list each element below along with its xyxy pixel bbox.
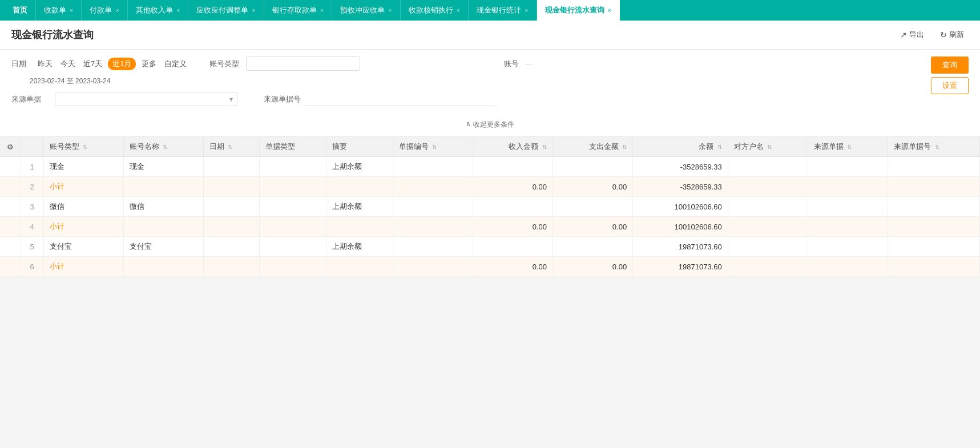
td-doc-type xyxy=(260,177,326,197)
td-source-doc xyxy=(808,237,888,257)
td-income xyxy=(473,197,552,217)
th-rownum xyxy=(21,137,43,157)
nav-tab-yingshouyingfu[interactable]: 应收应付调整单 × xyxy=(188,0,264,21)
sort-icon: ⇅ xyxy=(432,144,437,150)
td-rownum: 2 xyxy=(21,177,43,197)
nav-tab-yushouChong[interactable]: 预收冲应收单 × xyxy=(332,0,400,21)
close-icon[interactable]: × xyxy=(115,7,119,14)
td-summary xyxy=(326,177,393,197)
export-button[interactable]: ↗ 导出 xyxy=(896,27,929,42)
date-opt-yesterday[interactable]: 昨天 xyxy=(35,58,55,70)
close-icon[interactable]: × xyxy=(176,7,180,14)
nav-home[interactable]: 首页 xyxy=(5,0,36,21)
nav-tab-qitashouru[interactable]: 其他收入单 × xyxy=(128,0,188,21)
td-doc-type xyxy=(260,257,326,277)
table-row: 3微信微信上期余额100102606.60 xyxy=(0,197,980,217)
table-container: ⚙ 账号类型 ⇅ 账号名称 ⇅ 日期 ⇅ 单据类型 xyxy=(0,137,980,277)
collapse-more-btn[interactable]: ∧ 收起更多条件 xyxy=(11,118,969,132)
close-icon[interactable]: × xyxy=(608,7,611,14)
td-source-doc-no xyxy=(888,177,979,197)
date-opt-custom[interactable]: 自定义 xyxy=(162,58,189,70)
gear-icon[interactable]: ⚙ xyxy=(7,143,14,151)
td-date xyxy=(203,237,260,257)
td-summary xyxy=(326,257,393,277)
th-balance[interactable]: 余额 ⇅ xyxy=(633,137,728,157)
export-label: 导出 xyxy=(909,30,924,40)
th-counterpart[interactable]: 对方户名 ⇅ xyxy=(728,137,808,157)
date-options: 昨天 今天 近7天 近1月 更多 自定义 xyxy=(35,58,189,70)
th-gear[interactable]: ⚙ xyxy=(0,137,21,157)
td-income xyxy=(473,157,552,177)
nav-tab-fukuandan[interactable]: 付款单 × xyxy=(82,0,127,21)
th-account-type[interactable]: 账号类型 ⇅ xyxy=(43,137,123,157)
close-icon[interactable]: × xyxy=(320,7,324,14)
td-income: 0.00 xyxy=(473,257,552,277)
td-gear xyxy=(0,177,21,197)
td-account-type: 小计 xyxy=(43,257,123,277)
th-source-doc-no[interactable]: 来源单据号 ⇅ xyxy=(888,137,979,157)
close-icon[interactable]: × xyxy=(388,7,392,14)
date-opt-more[interactable]: 更多 xyxy=(139,58,159,70)
th-summary[interactable]: 摘要 xyxy=(326,137,393,157)
th-doc-no[interactable]: 单据编号 ⇅ xyxy=(393,137,473,157)
settings-button[interactable]: 设置 xyxy=(931,77,969,94)
close-icon[interactable]: × xyxy=(525,7,528,14)
td-balance: 100102606.60 xyxy=(633,217,728,237)
account-type-select[interactable] xyxy=(246,56,360,71)
account-label: 账号 xyxy=(504,59,519,68)
td-rownum: 1 xyxy=(21,157,43,177)
td-doc-no xyxy=(393,217,473,237)
close-icon[interactable]: × xyxy=(252,7,255,14)
refresh-button[interactable]: ↻ 刷新 xyxy=(935,27,969,42)
td-expense xyxy=(553,237,633,257)
refresh-icon: ↻ xyxy=(940,30,947,39)
date-opt-1month[interactable]: 近1月 xyxy=(108,58,136,70)
source-doc-select[interactable] xyxy=(55,92,237,106)
td-doc-no xyxy=(393,197,473,217)
td-summary xyxy=(326,217,393,237)
td-account-type: 微信 xyxy=(43,197,123,217)
nav-tab-label: 收款单 xyxy=(44,5,66,15)
nav-tab-shoukuanhexiao[interactable]: 收款核销执行 × xyxy=(401,0,469,21)
sort-icon: ⇅ xyxy=(163,144,167,150)
th-expense[interactable]: 支出金额 ⇅ xyxy=(553,137,633,157)
th-account-name[interactable]: 账号名称 ⇅ xyxy=(123,137,203,157)
account-more-btn[interactable]: ··· xyxy=(526,59,532,68)
source-doc-no-input[interactable] xyxy=(303,92,497,106)
close-icon[interactable]: × xyxy=(457,7,460,14)
td-summary: 上期余额 xyxy=(326,237,393,257)
nav-tab-label: 现金银行统计 xyxy=(477,5,521,15)
date-opt-7days[interactable]: 近7天 xyxy=(81,58,104,70)
td-account-name xyxy=(123,177,203,197)
nav-home-label: 首页 xyxy=(13,5,27,15)
td-date xyxy=(203,257,260,277)
nav-tab-shoukuandan[interactable]: 收款单 × xyxy=(36,0,82,21)
td-summary: 上期余额 xyxy=(326,157,393,177)
date-opt-today[interactable]: 今天 xyxy=(58,58,78,70)
close-icon[interactable]: × xyxy=(70,7,73,14)
table-row: 1现金现金上期余额-3528659.33 xyxy=(0,157,980,177)
td-rownum: 5 xyxy=(21,237,43,257)
td-account-name: 支付宝 xyxy=(123,237,203,257)
nav-tab-label: 付款单 xyxy=(90,5,112,15)
nav-tab-yinhangcunqu[interactable]: 银行存取款单 × xyxy=(264,0,332,21)
td-gear xyxy=(0,237,21,257)
td-gear xyxy=(0,257,21,277)
th-doc-type[interactable]: 单据类型 xyxy=(260,137,326,157)
td-balance: -3528659.33 xyxy=(633,157,728,177)
td-income xyxy=(473,237,552,257)
th-income[interactable]: 收入金额 ⇅ xyxy=(473,137,552,157)
nav-tab-xianjin-liushui[interactable]: 现金银行流水查询 × xyxy=(537,0,620,21)
th-date[interactable]: 日期 ⇅ xyxy=(203,137,260,157)
nav-tab-xianjinyinhang-stat[interactable]: 现金银行统计 × xyxy=(469,0,537,21)
td-expense xyxy=(553,197,633,217)
td-doc-type xyxy=(260,237,326,257)
td-summary: 上期余额 xyxy=(326,197,393,217)
th-source-doc[interactable]: 来源单据 ⇅ xyxy=(808,137,888,157)
query-button[interactable]: 查询 xyxy=(931,56,969,74)
nav-tab-label: 预收冲应收单 xyxy=(340,5,385,15)
td-counterpart xyxy=(728,177,808,197)
td-source-doc-no xyxy=(888,217,979,237)
table-row: 6小计0.000.0019871073.60 xyxy=(0,257,980,277)
td-date xyxy=(203,177,260,197)
